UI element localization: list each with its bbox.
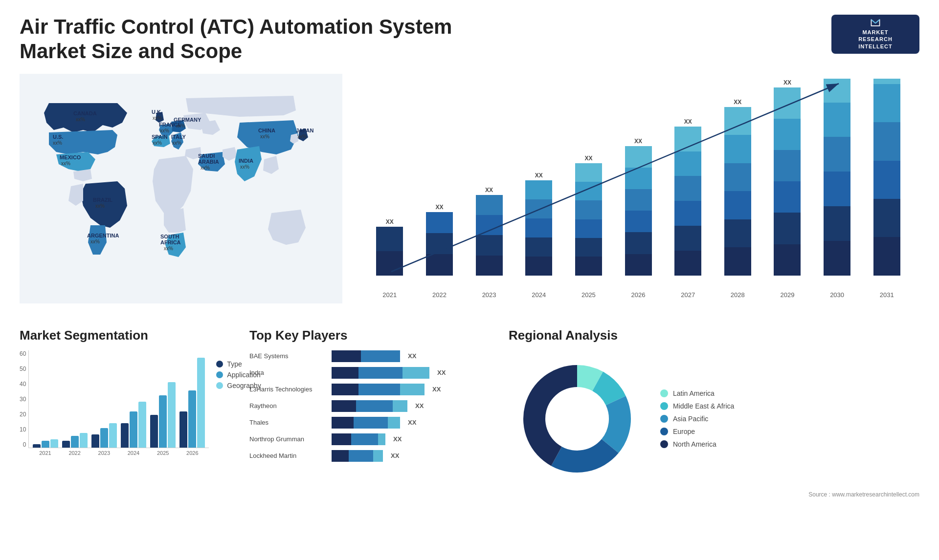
- seg-bar: [33, 444, 41, 448]
- bar-xlabel-2030: 2030: [814, 291, 860, 299]
- player-bar: [332, 400, 407, 412]
- regional-legend-item: North America: [660, 440, 734, 448]
- bar-stack-2023: [476, 195, 503, 276]
- player-value: XX: [415, 402, 424, 409]
- bar-col-2025: XX: [566, 155, 612, 276]
- seg-group-2024: [121, 350, 146, 448]
- italy-value: xx%: [172, 140, 181, 146]
- seg-xlabel-2026: 2026: [179, 450, 205, 456]
- legend-dot: [216, 382, 223, 389]
- bar-stack-2025: [575, 163, 602, 276]
- player-row: RaytheonXX: [249, 400, 494, 412]
- bar-col-2030: XX: [814, 79, 860, 276]
- regional-legend-label: Middle East & Africa: [673, 402, 734, 410]
- bar-col-2022: XX: [417, 204, 463, 276]
- logo: MARKET RESEARCH INTELLECT: [831, 15, 919, 54]
- top-row: CANADA xx% U.S. xx% MEXICO xx% BRAZIL xx…: [20, 74, 919, 318]
- germany-label: GERMANY: [174, 117, 201, 123]
- player-value: XX: [408, 419, 416, 426]
- south-africa-value: xx%: [164, 246, 173, 251]
- regional-legend-dot: [660, 415, 668, 423]
- player-value: XX: [391, 452, 399, 459]
- seg-bar: [109, 423, 117, 448]
- bar-xx-2022: XX: [435, 204, 443, 211]
- saudi-value: xx%: [201, 165, 210, 171]
- spain-value: xx%: [153, 140, 162, 146]
- player-name: BAE Systems: [249, 352, 328, 360]
- saudi-label2: ARABIA: [198, 159, 219, 165]
- player-bar: [332, 450, 383, 462]
- player-name: Northrop Grumman: [249, 435, 328, 443]
- japan-value: xx%: [297, 134, 307, 139]
- player-bar: [332, 433, 385, 445]
- logo-text: MARKET RESEARCH INTELLECT: [858, 29, 893, 50]
- argentina-value: xx%: [90, 239, 100, 244]
- bar-xlabel-2021: 2021: [367, 291, 413, 299]
- logo-box: MARKET RESEARCH INTELLECT: [831, 15, 919, 54]
- seg-bar: [71, 436, 79, 447]
- bar-xx-2023: XX: [485, 187, 493, 194]
- bar-xx-2029: XX: [783, 79, 791, 86]
- argentina-label: ARGENTINA: [87, 233, 119, 238]
- bar-xlabel-2023: 2023: [466, 291, 512, 299]
- seg-group-2022: [62, 350, 88, 448]
- bar-col-2023: XX: [466, 187, 512, 276]
- india-value: xx%: [240, 164, 249, 170]
- italy-label: ITALY: [171, 134, 186, 140]
- canada-label: CANADA: [73, 110, 97, 116]
- segmentation-chart-area: 60 50 40 30 20 10 0 20212022202320242025…: [20, 350, 235, 458]
- player-name: Thales: [249, 419, 328, 426]
- regional-legend-label: Asia Pacific: [673, 415, 708, 423]
- bar-xlabel-2026: 2026: [615, 291, 661, 299]
- seg-bar: [91, 434, 99, 448]
- player-row: BAE SystemsXX: [249, 350, 494, 362]
- player-bar: [332, 384, 425, 395]
- bar-col-2031: XX: [864, 79, 910, 276]
- seg-bar: [80, 433, 88, 448]
- regional-section: Regional Analysis Latin AmericaMiddle Ea…: [509, 328, 919, 498]
- seg-xlabel-2023: 2023: [91, 450, 117, 456]
- regional-legend-item: Middle East & Africa: [660, 402, 734, 410]
- svg-line-2: [875, 20, 880, 23]
- regional-title: Regional Analysis: [509, 328, 919, 343]
- india-label: INDIA: [239, 158, 253, 164]
- player-name: L3Harris Technologies: [249, 386, 328, 393]
- uk-value: xx%: [153, 115, 162, 121]
- regional-legend-label: Europe: [673, 428, 695, 435]
- seg-group-2025: [150, 350, 176, 448]
- bar-stack-2026: [625, 146, 652, 276]
- seg-bar: [50, 439, 58, 448]
- south-africa-label: SOUTH: [160, 234, 179, 239]
- germany-value: xx%: [176, 123, 185, 129]
- bar-stack-2021: [376, 227, 403, 276]
- japan-label: JAPAN: [296, 128, 314, 133]
- players-title: Top Key Players: [249, 328, 494, 343]
- seg-bar: [179, 411, 187, 447]
- bar-stack-2022: [426, 212, 453, 276]
- regional-legend-dot: [660, 440, 668, 448]
- bar-xx-2027: XX: [684, 118, 692, 125]
- bar-xlabel-2025: 2025: [566, 291, 612, 299]
- segmentation-section: Market Segmentation 60 50 40 30 20 10 0: [20, 328, 235, 498]
- us-value: xx%: [53, 140, 62, 146]
- bar-col-2029: XX: [764, 79, 810, 276]
- player-row: Lockheed MartinXX: [249, 450, 494, 462]
- players-list: BAE SystemsXXIndraXXL3Harris Technologie…: [249, 350, 494, 462]
- player-value: XX: [408, 352, 416, 360]
- bar-xlabel-2031: 2031: [864, 291, 910, 299]
- seg-bar: [121, 423, 129, 448]
- seg-xlabel-2021: 2021: [32, 450, 58, 456]
- bar-col-2026: XX: [615, 138, 661, 276]
- regional-legend-item: Asia Pacific: [660, 415, 734, 423]
- players-section: Top Key Players BAE SystemsXXIndraXXL3Ha…: [249, 328, 494, 498]
- bar-xlabel-2028: 2028: [715, 291, 760, 299]
- bottom-row: Market Segmentation 60 50 40 30 20 10 0: [20, 328, 919, 498]
- bar-xx-2021: XX: [386, 218, 394, 225]
- bar-stack-2029: [774, 87, 801, 276]
- player-bar: [332, 367, 429, 379]
- player-bar: [332, 417, 400, 429]
- map-section: CANADA xx% U.S. xx% MEXICO xx% BRAZIL xx…: [20, 74, 342, 318]
- bar-chart-section: XXXXXXXXXXXXXXXXXXXXXX 202120222023: [352, 74, 919, 318]
- south-africa-label2: AFRICA: [160, 239, 181, 245]
- seg-group-2023: [91, 350, 117, 448]
